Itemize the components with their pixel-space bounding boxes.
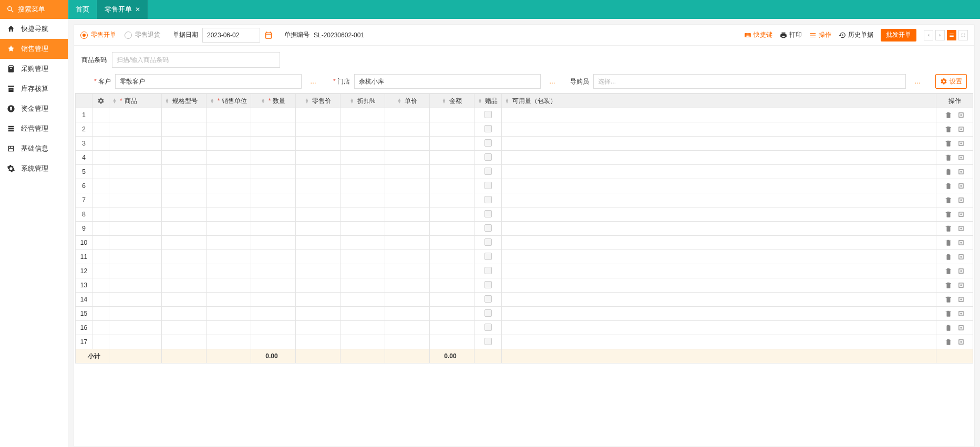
table-row[interactable]: 16 (76, 321, 973, 335)
cell-available[interactable] (502, 293, 936, 307)
delete-icon[interactable] (945, 267, 952, 275)
cell-product[interactable] (109, 108, 162, 122)
col-available[interactable]: 可用量（包装） (502, 94, 936, 108)
customer-select[interactable]: 零散客户 (115, 74, 302, 89)
cell-gift[interactable] (474, 335, 502, 349)
col-amount[interactable]: 金额 (430, 94, 474, 108)
cell-retail[interactable] (296, 278, 341, 293)
cell-unit[interactable] (207, 179, 251, 193)
cell-discount[interactable] (341, 321, 385, 335)
cell-price[interactable] (385, 264, 430, 278)
gift-checkbox[interactable] (484, 196, 492, 203)
gift-checkbox[interactable] (484, 210, 492, 217)
cell-retail[interactable] (296, 293, 341, 307)
table-row[interactable]: 5 (76, 165, 973, 179)
cell-price[interactable] (385, 137, 430, 151)
add-row-icon[interactable] (957, 267, 965, 275)
add-row-icon[interactable] (957, 111, 965, 119)
cell-unit[interactable] (207, 151, 251, 165)
cell-available[interactable] (502, 122, 936, 137)
cell-discount[interactable] (341, 151, 385, 165)
delete-icon[interactable] (945, 182, 952, 190)
cell-discount[interactable] (341, 207, 385, 222)
cell-available[interactable] (502, 264, 936, 278)
sidebar-item-quick[interactable]: 快捷导航 (0, 19, 68, 39)
cell-price[interactable] (385, 293, 430, 307)
cell-unit[interactable] (207, 278, 251, 293)
add-row-icon[interactable] (957, 225, 965, 232)
cell-discount[interactable] (341, 179, 385, 193)
cell-qty[interactable] (251, 193, 296, 207)
cell-spec[interactable] (162, 137, 207, 151)
cell-price[interactable] (385, 250, 430, 264)
col-gear[interactable] (92, 94, 109, 108)
sidebar-item-fund[interactable]: 资金管理 (0, 99, 68, 119)
cell-amount[interactable] (430, 293, 474, 307)
cell-product[interactable] (109, 236, 162, 250)
cell-retail[interactable] (296, 151, 341, 165)
col-price[interactable]: 单价 (385, 94, 430, 108)
cell-amount[interactable] (430, 222, 474, 236)
cell-available[interactable] (502, 108, 936, 122)
delete-icon[interactable] (945, 196, 952, 204)
cell-product[interactable] (109, 278, 162, 293)
delete-icon[interactable] (945, 239, 952, 246)
items-table-wrapper[interactable]: *商品 规格型号 *销售单位 *数量 零售价 折扣% 单价 金额 赠品 可用量（… (75, 93, 973, 446)
gift-checkbox[interactable] (484, 267, 492, 274)
cell-unit[interactable] (207, 293, 251, 307)
cell-price[interactable] (385, 207, 430, 222)
cell-unit[interactable] (207, 193, 251, 207)
radio-retail-return[interactable]: 零售退货 (125, 30, 160, 39)
print-button[interactable]: 打印 (780, 30, 802, 39)
cell-unit[interactable] (207, 222, 251, 236)
cell-gift[interactable] (474, 179, 502, 193)
cell-product[interactable] (109, 335, 162, 349)
delete-icon[interactable] (945, 296, 952, 303)
cell-amount[interactable] (430, 250, 474, 264)
cell-qty[interactable] (251, 250, 296, 264)
gift-checkbox[interactable] (484, 238, 492, 246)
cell-retail[interactable] (296, 207, 341, 222)
cell-qty[interactable] (251, 293, 296, 307)
pager-expand-button[interactable] (958, 30, 968, 40)
cell-available[interactable] (502, 321, 936, 335)
cell-product[interactable] (109, 137, 162, 151)
col-discount[interactable]: 折扣% (341, 94, 385, 108)
cell-product[interactable] (109, 321, 162, 335)
delete-icon[interactable] (945, 282, 952, 289)
cell-retail[interactable] (296, 321, 341, 335)
gift-checkbox[interactable] (484, 338, 492, 345)
cell-price[interactable] (385, 108, 430, 122)
cell-available[interactable] (502, 250, 936, 264)
cell-amount[interactable] (430, 307, 474, 321)
col-product[interactable]: *商品 (109, 94, 162, 108)
shortcut-button[interactable]: 快捷键 (744, 30, 772, 39)
cell-discount[interactable] (341, 193, 385, 207)
cell-available[interactable] (502, 137, 936, 151)
sidebar-item-purchase[interactable]: 采购管理 (0, 59, 68, 79)
cell-gift[interactable] (474, 264, 502, 278)
cell-price[interactable] (385, 335, 430, 349)
cell-product[interactable] (109, 293, 162, 307)
cell-amount[interactable] (430, 122, 474, 137)
cell-unit[interactable] (207, 122, 251, 137)
operate-button[interactable]: 操作 (809, 30, 831, 39)
sidebar-item-sales[interactable]: 销售管理 (0, 39, 68, 59)
cell-available[interactable] (502, 151, 936, 165)
table-row[interactable]: 11 (76, 250, 973, 264)
cell-available[interactable] (502, 207, 936, 222)
cell-discount[interactable] (341, 278, 385, 293)
cell-qty[interactable] (251, 165, 296, 179)
cell-amount[interactable] (430, 264, 474, 278)
sidebar-item-system[interactable]: 系统管理 (0, 159, 68, 179)
cell-gift[interactable] (474, 122, 502, 137)
cell-product[interactable] (109, 250, 162, 264)
table-row[interactable]: 12 (76, 264, 973, 278)
delete-icon[interactable] (945, 324, 952, 331)
batch-open-button[interactable]: 批发开单 (881, 29, 916, 41)
doc-date-input[interactable]: 2023-06-02 (202, 28, 260, 43)
cell-discount[interactable] (341, 222, 385, 236)
cell-price[interactable] (385, 321, 430, 335)
history-button[interactable]: 历史单据 (839, 30, 873, 39)
cell-amount[interactable] (430, 108, 474, 122)
